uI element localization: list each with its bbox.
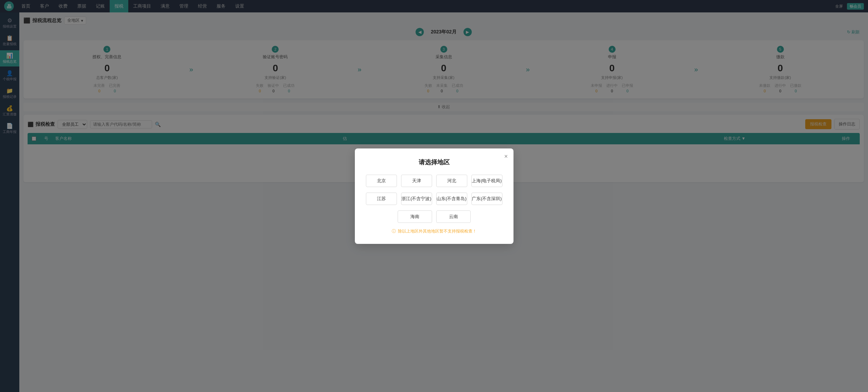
region-btn-山东(不含青岛)[interactable]: 山东(不含青岛) bbox=[436, 193, 467, 205]
region-btn-浙江(不含宁波)[interactable]: 浙江(不含宁波) bbox=[401, 193, 432, 205]
region-btn-上海(电子税局)[interactable]: 上海(电子税局) bbox=[471, 175, 502, 187]
region-grid-row1: 北京天津河北上海(电子税局) bbox=[366, 175, 502, 187]
region-btn-海南[interactable]: 海南 bbox=[398, 210, 432, 223]
region-grid-row2: 江苏浙江(不含宁波)山东(不含青岛)广东(不含深圳) bbox=[366, 193, 502, 205]
region-row3: 海南云南 bbox=[366, 210, 502, 223]
modal-overlay[interactable]: × 请选择地区 北京天津河北上海(电子税局) 江苏浙江(不含宁波)山东(不含青岛… bbox=[0, 0, 868, 392]
modal-close-btn[interactable]: × bbox=[504, 153, 508, 159]
region-btn-北京[interactable]: 北京 bbox=[366, 175, 397, 187]
region-select-modal: × 请选择地区 北京天津河北上海(电子税局) 江苏浙江(不含宁波)山东(不含青岛… bbox=[355, 148, 513, 244]
modal-title: 请选择地区 bbox=[366, 158, 502, 166]
region-btn-天津[interactable]: 天津 bbox=[401, 175, 432, 187]
modal-warning: ⓘ 除以上地区外其他地区暂不支持报税检查！ bbox=[366, 228, 502, 234]
warning-text: 除以上地区外其他地区暂不支持报税检查！ bbox=[398, 228, 477, 234]
warning-icon: ⓘ bbox=[392, 228, 396, 234]
region-btn-云南[interactable]: 云南 bbox=[436, 210, 471, 223]
region-btn-广东(不含深圳)[interactable]: 广东(不含深圳) bbox=[471, 193, 502, 205]
region-btn-河北[interactable]: 河北 bbox=[436, 175, 467, 187]
region-btn-江苏[interactable]: 江苏 bbox=[366, 193, 397, 205]
